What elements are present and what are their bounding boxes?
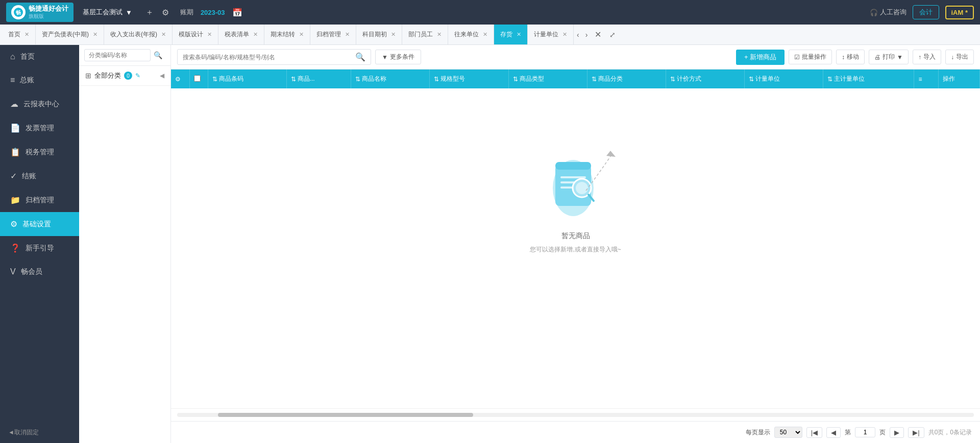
- th-type[interactable]: ⇅ 商品类型: [508, 69, 587, 88]
- tab-template-label: 模版设计: [179, 30, 203, 39]
- print-button[interactable]: 🖨 打印 ▼: [869, 50, 909, 64]
- th-name[interactable]: ⇅ 商品名称: [351, 69, 430, 88]
- add-tab-icon[interactable]: ＋: [143, 5, 156, 20]
- page-next-btn[interactable]: ▶: [890, 427, 904, 438]
- headset-icon: 🎧: [870, 9, 878, 16]
- settings-icon: ⚙: [10, 219, 17, 229]
- per-page-select[interactable]: 50 100 200: [774, 427, 802, 438]
- tab-unit[interactable]: 计量单位 ✕: [528, 25, 574, 45]
- batch-button[interactable]: ☑ 批量操作: [789, 50, 832, 64]
- collapse-panel-icon[interactable]: ◀: [160, 72, 164, 79]
- period-value[interactable]: 2023-03: [201, 9, 225, 16]
- filter-button[interactable]: ▼ 更多条件: [375, 50, 421, 64]
- sidebar-item-archive[interactable]: 📁 归档管理: [0, 188, 79, 212]
- th-spec[interactable]: ⇅ 规格型号: [430, 69, 508, 88]
- tab-home-close[interactable]: ✕: [24, 31, 29, 38]
- tab-prev-icon[interactable]: ‹: [574, 31, 582, 39]
- tab-balance-sheet[interactable]: 资产负债表(中期) ✕: [36, 25, 104, 45]
- tab-subject[interactable]: 科目期初 ✕: [356, 25, 402, 45]
- tab-tax-list[interactable]: 税表清单 ✕: [218, 25, 264, 45]
- category-search-input[interactable]: [84, 49, 151, 61]
- tab-subject-close[interactable]: ✕: [391, 31, 396, 38]
- consult-button[interactable]: 🎧 人工咨询: [870, 8, 906, 17]
- th-category[interactable]: ⇅ 商品分类: [587, 69, 666, 88]
- th-price-method[interactable]: ⇅ 计价方式: [666, 69, 745, 88]
- tab-home[interactable]: 首页 ✕: [2, 25, 36, 45]
- tab-archive-close[interactable]: ✕: [345, 31, 350, 38]
- page-prev-btn[interactable]: ◀: [826, 427, 841, 438]
- page-input[interactable]: [855, 427, 875, 437]
- search-box-icon[interactable]: 🔍: [355, 52, 365, 62]
- scroll-thumb[interactable]: [218, 413, 473, 417]
- import-icon: ↑: [918, 54, 921, 61]
- scroll-area: [171, 408, 980, 421]
- tab-dept-close[interactable]: ✕: [437, 31, 442, 38]
- tab-close-all-icon[interactable]: ✕: [591, 30, 605, 39]
- page-last-btn[interactable]: ▶|: [908, 427, 924, 438]
- select-all-checkbox[interactable]: [194, 75, 201, 82]
- tab-balance-close[interactable]: ✕: [93, 31, 97, 38]
- scroll-track[interactable]: [177, 413, 974, 417]
- tab-contact[interactable]: 往来单位 ✕: [448, 25, 494, 45]
- company-name: 基层工会测试: [83, 8, 122, 17]
- calendar-icon[interactable]: 📅: [232, 8, 242, 17]
- sidebar-item-basic-settings[interactable]: ⚙ 基础设置: [0, 212, 79, 236]
- th-extra[interactable]: ≡: [914, 69, 938, 88]
- table-container: ⚙ ⇅ 商品条码 ⇅: [171, 69, 980, 408]
- tab-period-end-close[interactable]: ✕: [299, 31, 304, 38]
- page-first-btn[interactable]: |◀: [806, 427, 822, 438]
- tab-template-close[interactable]: ✕: [207, 31, 212, 38]
- th-checkbox[interactable]: [189, 69, 208, 88]
- add-product-button[interactable]: + 新增商品: [736, 50, 785, 65]
- tab-unit-close[interactable]: ✕: [562, 31, 567, 38]
- batch-icon: ☑: [794, 54, 800, 61]
- sidebar-settlement-label: 结账: [22, 172, 36, 181]
- tab-archive[interactable]: 归档管理 ✕: [310, 25, 356, 45]
- tab-next-icon[interactable]: ›: [582, 31, 591, 39]
- sidebar-item-tax[interactable]: 📋 税务管理: [0, 140, 79, 164]
- category-edit-icon[interactable]: ✎: [135, 72, 140, 79]
- top-right: 🎧 人工咨询 会计 iAM *: [870, 5, 974, 19]
- tab-template[interactable]: 模版设计 ✕: [173, 25, 218, 45]
- sidebar-item-report[interactable]: ☁ 云报表中心: [0, 92, 79, 116]
- tab-period-end[interactable]: 期末结转 ✕: [264, 25, 310, 45]
- company-selector[interactable]: 基层工会测试 ▼: [79, 6, 136, 19]
- content-area: 🔍 ⊞ 全部分类 0 ✎ ◀ 🔍: [79, 45, 980, 443]
- account-button[interactable]: 会计: [913, 5, 939, 19]
- tab-expand-icon[interactable]: ⤢: [605, 31, 620, 39]
- import-button[interactable]: ↑ 导入: [913, 50, 941, 64]
- th-barcode[interactable]: ⇅ 商品条码: [208, 69, 286, 88]
- settings-icon[interactable]: ⚙: [160, 6, 171, 19]
- batch-label: 批量操作: [802, 53, 826, 61]
- search-input[interactable]: [183, 54, 352, 61]
- move-button[interactable]: ↕ 移动: [836, 50, 865, 64]
- logo-text: 畅捷通好会计: [29, 5, 68, 13]
- th-category-label: 商品分类: [598, 75, 623, 83]
- sidebar-item-guide[interactable]: ❓ 新手引导: [0, 236, 79, 260]
- th-code[interactable]: ⇅ 商品...: [286, 69, 351, 88]
- sidebar-item-settlement[interactable]: ✓ 结账: [0, 164, 79, 188]
- th-main-unit[interactable]: ⇅ 主计量单位: [823, 69, 914, 88]
- cancel-fixed-btn[interactable]: ◄取消固定: [0, 422, 79, 443]
- sidebar-item-member[interactable]: V 畅会员: [0, 260, 79, 284]
- category-search-icon[interactable]: 🔍: [154, 51, 162, 59]
- tab-inventory-close[interactable]: ✕: [517, 31, 521, 38]
- sidebar-item-home[interactable]: ⌂ 首页: [0, 45, 79, 68]
- sidebar-item-invoice[interactable]: 📄 发票管理: [0, 116, 79, 140]
- iam-button[interactable]: iAM *: [945, 6, 974, 19]
- tab-contact-close[interactable]: ✕: [483, 31, 487, 38]
- th-gear[interactable]: ⚙: [171, 69, 189, 88]
- tab-inventory[interactable]: 存货 ✕: [494, 25, 528, 45]
- tab-tax-list-close[interactable]: ✕: [253, 31, 258, 38]
- tab-dept[interactable]: 部门员工 ✕: [402, 25, 448, 45]
- export-button[interactable]: ↓ 导出: [945, 50, 974, 64]
- sidebar: ⌂ 首页 ≡ 总账 ☁ 云报表中心 📄 发票管理 📋 税务管理 ✓ 结账 📁 归…: [0, 45, 79, 443]
- table-header-row: ⚙ ⇅ 商品条码 ⇅: [171, 69, 980, 88]
- export-icon: ↓: [951, 54, 954, 61]
- tab-income-label: 收入支出表(年报): [110, 30, 157, 39]
- sidebar-item-general-ledger[interactable]: ≡ 总账: [0, 68, 79, 92]
- tab-income-close[interactable]: ✕: [161, 31, 166, 38]
- tab-income[interactable]: 收入支出表(年报) ✕: [104, 25, 173, 45]
- th-unit[interactable]: ⇅ 计量单位: [745, 69, 823, 88]
- tab-dept-label: 部门员工: [408, 30, 433, 39]
